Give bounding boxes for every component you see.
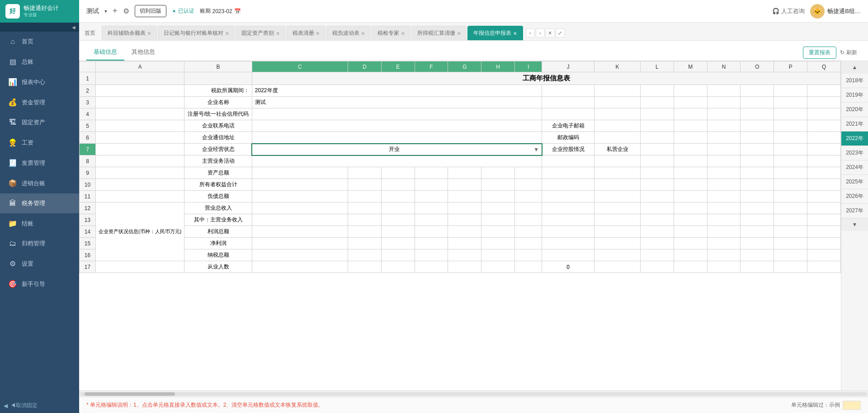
- col-header-I[interactable]: I: [515, 61, 542, 72]
- cell-17K[interactable]: [594, 261, 641, 273]
- cell-17M[interactable]: [674, 261, 707, 273]
- cell-9E[interactable]: [381, 167, 415, 179]
- cell-16H[interactable]: [481, 249, 515, 261]
- sidebar-item-assets[interactable]: 🏗 固定资产: [0, 113, 79, 132]
- sub-tab-basic[interactable]: 基础信息: [86, 44, 124, 61]
- cell-10P[interactable]: [774, 179, 807, 191]
- tab-subject-balance[interactable]: 科目辅助余额表 ×: [102, 26, 157, 40]
- cell-10N[interactable]: [707, 179, 741, 191]
- sidebar-item-home[interactable]: ⌂ 首页: [0, 32, 79, 52]
- cell-4L[interactable]: [640, 108, 674, 120]
- col-header-D[interactable]: D: [348, 61, 381, 72]
- cell-14F[interactable]: [415, 226, 448, 238]
- cell-17O[interactable]: [741, 261, 774, 273]
- cell-6O[interactable]: [741, 132, 774, 144]
- scrollbar-thumb[interactable]: [85, 392, 175, 396]
- cell-9G[interactable]: [448, 167, 481, 179]
- cell-13D[interactable]: [348, 214, 381, 226]
- col-header-J[interactable]: J: [542, 61, 594, 72]
- tab-annual-report-close[interactable]: ×: [513, 30, 517, 37]
- tab-income-tax-close[interactable]: ×: [457, 30, 461, 37]
- sidebar-item-archive[interactable]: 🗂 归档管理: [0, 234, 79, 253]
- cell-11H[interactable]: [481, 191, 515, 202]
- cell-10Q[interactable]: [807, 179, 841, 191]
- col-header-O[interactable]: O: [741, 61, 774, 72]
- col-header-Q[interactable]: Q: [807, 61, 841, 72]
- cell-17G[interactable]: [448, 261, 481, 273]
- cell-10A[interactable]: [96, 179, 184, 191]
- cell-9D[interactable]: [348, 167, 381, 179]
- cell-3O[interactable]: [741, 97, 774, 108]
- tab-tax-expert-close[interactable]: ×: [401, 30, 405, 37]
- cell-15E[interactable]: [381, 238, 415, 249]
- cell-3P[interactable]: [774, 97, 807, 108]
- cell-11J[interactable]: [542, 191, 594, 202]
- cell-6N[interactable]: [707, 132, 741, 144]
- cell-3L[interactable]: [640, 97, 674, 108]
- cell-13L[interactable]: [640, 214, 674, 226]
- cell-8L[interactable]: [640, 155, 674, 167]
- cell-17Q[interactable]: [807, 261, 841, 273]
- cell-5L[interactable]: [640, 120, 674, 132]
- cell-4K[interactable]: [594, 108, 641, 120]
- cell-1B[interactable]: [184, 72, 252, 85]
- tab-journal-bank[interactable]: 日记账与银行对账单核对 ×: [158, 26, 235, 40]
- cell-7O[interactable]: [741, 144, 774, 155]
- sidebar-item-funds[interactable]: 💰 资金管理: [0, 92, 79, 113]
- cell-10F[interactable]: [415, 179, 448, 191]
- cell-8P[interactable]: [774, 155, 807, 167]
- cell-4M[interactable]: [674, 108, 707, 120]
- col-header-L[interactable]: L: [640, 61, 674, 72]
- cell-6K[interactable]: [594, 132, 641, 144]
- cell-9J[interactable]: [542, 167, 594, 179]
- cell-4N[interactable]: [707, 108, 741, 120]
- sidebar-item-settings[interactable]: ⚙ 设置: [0, 253, 79, 274]
- year-item-2020[interactable]: 2020年: [841, 103, 868, 117]
- tab-expand-btn[interactable]: ⤢: [556, 28, 565, 38]
- cell-12E[interactable]: [381, 202, 415, 214]
- cell-15B[interactable]: 净利润: [184, 238, 252, 249]
- col-header-M[interactable]: M: [674, 61, 707, 72]
- cell-15J[interactable]: [542, 238, 594, 249]
- tab-tax-list[interactable]: 税表清册 ×: [287, 26, 326, 40]
- dropdown-arrow-icon[interactable]: ▼: [533, 146, 539, 153]
- cell-14J[interactable]: [542, 226, 594, 238]
- cell-8O[interactable]: [741, 155, 774, 167]
- cell-16Q[interactable]: [807, 249, 841, 261]
- cell-5Q[interactable]: [807, 120, 841, 132]
- cell-7P[interactable]: [774, 144, 807, 155]
- cell-3M[interactable]: [674, 97, 707, 108]
- cell-6A[interactable]: [96, 132, 184, 144]
- cell-14P[interactable]: [774, 226, 807, 238]
- tab-prev-btn[interactable]: ‹: [526, 28, 535, 38]
- cell-17D[interactable]: [348, 261, 381, 273]
- sidebar-item-close[interactable]: 📁 结账: [0, 213, 79, 234]
- refresh-btn[interactable]: ↻ 刷新: [836, 47, 861, 58]
- cell-16J[interactable]: [542, 249, 594, 261]
- cell-1-title[interactable]: 工商年报信息表: [252, 72, 840, 85]
- cell-11I[interactable]: [515, 191, 542, 202]
- cell-13E[interactable]: [381, 214, 415, 226]
- cell-15I[interactable]: [515, 238, 542, 249]
- cell-2J[interactable]: [542, 85, 594, 97]
- reset-report-btn[interactable]: 重置报表: [803, 47, 836, 59]
- cell-17J[interactable]: 0: [542, 261, 594, 273]
- cell-15C[interactable]: [252, 238, 348, 249]
- cell-11N[interactable]: [707, 191, 741, 202]
- col-header-F[interactable]: F: [415, 61, 448, 72]
- calendar-icon[interactable]: 📅: [234, 8, 241, 14]
- cell-9M[interactable]: [674, 167, 707, 179]
- cell-9H[interactable]: [481, 167, 515, 179]
- cell-13C[interactable]: [252, 214, 348, 226]
- cell-11O[interactable]: [741, 191, 774, 202]
- cell-13O[interactable]: [741, 214, 774, 226]
- cell-11Q[interactable]: [807, 191, 841, 202]
- cell-4J[interactable]: [542, 108, 594, 120]
- cell-14B[interactable]: 利润总额: [184, 226, 252, 238]
- year-item-2022[interactable]: 2022年: [841, 131, 868, 146]
- cell-12J[interactable]: [542, 202, 594, 214]
- cell-7Q[interactable]: [807, 144, 841, 155]
- year-item-2025[interactable]: 2025年: [841, 175, 868, 189]
- year-panel-down-btn[interactable]: ▼: [841, 218, 868, 231]
- cell-9O[interactable]: [741, 167, 774, 179]
